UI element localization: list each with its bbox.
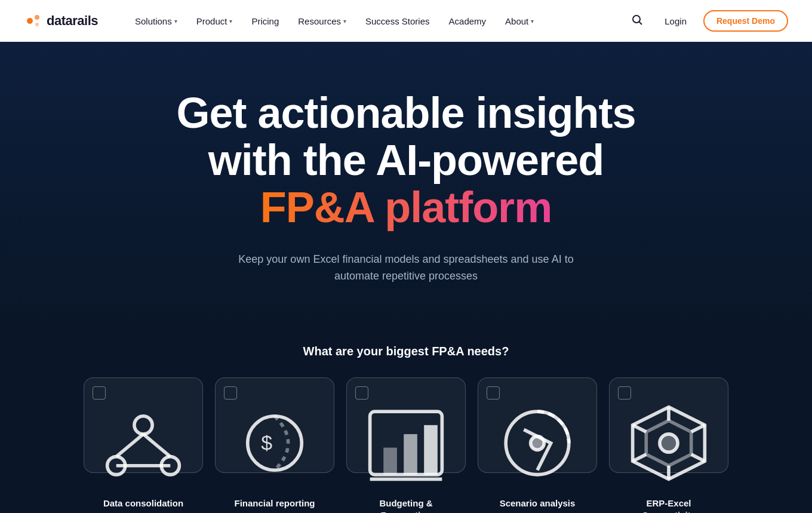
nav-right: Login Request Demo: [626, 9, 788, 33]
search-button[interactable]: [626, 9, 648, 33]
svg-line-24: [691, 425, 705, 432]
reporting-icon: $: [225, 394, 324, 493]
svg-rect-16: [404, 434, 417, 475]
card-checkbox: [355, 386, 368, 400]
svg-point-3: [633, 16, 640, 23]
nav-item-academy[interactable]: Academy: [441, 11, 495, 31]
chevron-down-icon: ▾: [174, 18, 177, 24]
svg-point-5: [134, 416, 152, 434]
search-icon: [631, 14, 643, 26]
login-button[interactable]: Login: [657, 11, 694, 31]
svg-line-9: [143, 434, 170, 457]
svg-line-25: [691, 454, 705, 461]
svg-point-0: [27, 18, 33, 24]
nav-item-about[interactable]: About ▾: [497, 11, 542, 31]
chevron-down-icon: ▾: [229, 18, 232, 24]
hero-section: Get actionable insights with the AI-powe…: [0, 42, 812, 321]
svg-line-4: [639, 21, 642, 24]
hero-title-highlight: FP&A platform: [260, 183, 552, 231]
nav-item-solutions[interactable]: Solutions ▾: [127, 11, 186, 31]
hero-subtitle: Keep your own Excel financial models and…: [227, 251, 585, 285]
chevron-down-icon: ▾: [531, 18, 534, 24]
card-label-scenario: Scenario analysis: [488, 497, 587, 509]
svg-text:$: $: [261, 431, 272, 454]
consolidation-icon: [94, 394, 193, 493]
card-checkbox: [618, 386, 631, 400]
scenario-icon: [488, 394, 587, 493]
svg-point-11: [248, 416, 302, 471]
svg-point-1: [35, 15, 39, 20]
logo-text: datarails: [47, 13, 98, 29]
card-data-consolidation[interactable]: Data consolidation: [84, 377, 203, 473]
svg-line-27: [633, 454, 647, 461]
card-checkbox: [93, 386, 106, 400]
card-checkbox: [224, 386, 237, 400]
chevron-down-icon: ▾: [343, 18, 346, 24]
erp-icon: [619, 394, 718, 493]
svg-rect-17: [424, 425, 438, 475]
request-demo-button[interactable]: Request Demo: [703, 10, 788, 32]
nav-item-resources[interactable]: Resources ▾: [290, 11, 355, 31]
card-scenario-analysis[interactable]: Scenario analysis: [478, 377, 597, 473]
svg-point-22: [660, 434, 678, 452]
svg-rect-15: [383, 448, 397, 475]
budgeting-icon: [356, 394, 456, 493]
card-label-reporting: Financial reporting: [225, 497, 324, 509]
nav-links: Solutions ▾ Product ▾ Pricing Resources …: [127, 11, 626, 31]
card-label-budgeting: Budgeting & Forecasting: [356, 497, 456, 513]
navbar: datarails Solutions ▾ Product ▾ Pricing …: [0, 0, 812, 42]
needs-section: What are your biggest FP&A needs? Data c…: [0, 321, 812, 509]
cards-row: Data consolidation $ Financial reporting: [84, 377, 728, 473]
nav-item-pricing[interactable]: Pricing: [243, 11, 287, 31]
svg-point-19: [531, 437, 545, 450]
card-financial-reporting[interactable]: $ Financial reporting: [215, 377, 334, 473]
card-checkbox: [487, 386, 500, 400]
nav-item-success-stories[interactable]: Success Stories: [357, 11, 438, 31]
svg-line-8: [116, 434, 143, 457]
card-label-erp: ERP-Excel Connectivity: [619, 497, 718, 513]
logo[interactable]: datarails: [24, 11, 98, 30]
card-erp-excel[interactable]: ERP-Excel Connectivity: [609, 377, 728, 473]
svg-point-2: [35, 23, 39, 26]
svg-line-28: [633, 425, 647, 432]
nav-item-product[interactable]: Product ▾: [188, 11, 241, 31]
hero-title: Get actionable insights with the AI-powe…: [176, 90, 635, 232]
card-label-consolidation: Data consolidation: [94, 497, 193, 509]
card-budgeting-forecasting[interactable]: Budgeting & Forecasting: [346, 377, 466, 473]
needs-title: What are your biggest FP&A needs?: [303, 345, 509, 358]
